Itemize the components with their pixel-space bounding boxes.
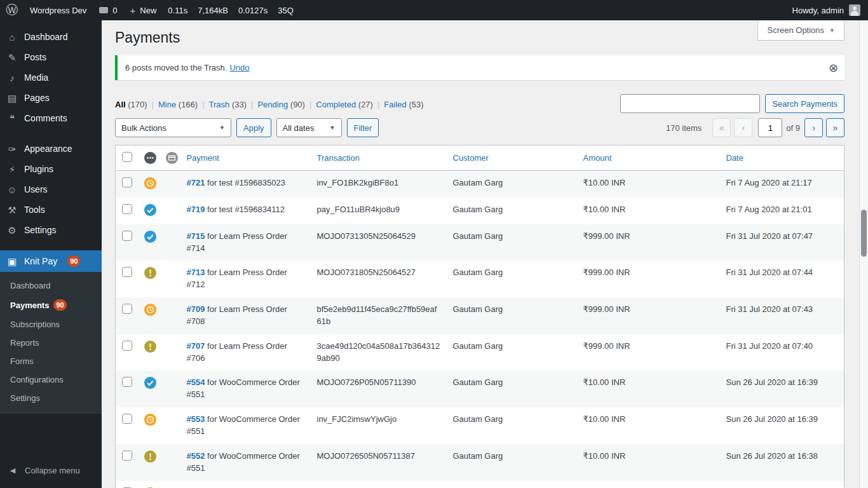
status-pending-icon xyxy=(144,414,153,426)
sidebar-item-label: Plugins xyxy=(24,164,53,174)
sidebar-menu: ⌂Dashboard✎Posts♪Media▤Pages❝Comments✑Ap… xyxy=(0,20,102,240)
submenu-item-configurations[interactable]: Configurations xyxy=(0,370,102,389)
table-row: #707 for Learn Press Order #7063cae49d12… xyxy=(116,334,844,371)
first-page-button[interactable]: « xyxy=(712,118,731,137)
submenu-item-settings[interactable]: Settings xyxy=(0,389,102,407)
sidebar-item-knit-pay[interactable]: ▣ Knit Pay 90 xyxy=(0,250,102,272)
submenu-item-dashboard[interactable]: Dashboard xyxy=(0,276,102,295)
submenu-item-label: Subscriptions xyxy=(10,320,60,329)
row-checkbox[interactable] xyxy=(122,377,132,387)
sidebar-item-posts[interactable]: ✎Posts xyxy=(0,47,102,67)
admin-bar-comments[interactable]: 0 xyxy=(93,0,123,20)
sidebar-item-media[interactable]: ♪Media xyxy=(0,67,102,88)
column-header-customer[interactable]: Customer xyxy=(453,153,489,163)
payment-link[interactable]: #709 xyxy=(187,304,205,314)
submenu-item-subscriptions[interactable]: Subscriptions xyxy=(0,315,102,334)
column-header-amount[interactable]: Amount xyxy=(583,153,612,163)
view-all[interactable]: All (170) xyxy=(115,100,147,109)
row-checkbox[interactable] xyxy=(122,304,132,314)
view-mine[interactable]: Mine (166) xyxy=(158,100,198,109)
select-all-checkbox[interactable] xyxy=(122,152,132,162)
row-checkbox[interactable] xyxy=(122,231,132,241)
submenu-item-payments[interactable]: Payments90 xyxy=(0,295,102,315)
unread-count-badge: 90 xyxy=(67,255,80,267)
screen-options-tab[interactable]: Screen Options ▼ xyxy=(757,20,844,41)
view-trash[interactable]: Trash (33) xyxy=(209,100,247,109)
view-completed[interactable]: Completed (27) xyxy=(316,100,373,109)
admin-bar-account[interactable]: Howdy, admin xyxy=(792,4,868,16)
view-pending[interactable]: Pending (90) xyxy=(257,100,304,109)
table-row: #553 for WooCommerce Order #551inv_FJC2i… xyxy=(116,407,844,444)
filter-button[interactable]: Filter xyxy=(347,118,379,137)
howdy-label: Howdy, admin xyxy=(792,6,844,15)
undo-link[interactable]: Undo xyxy=(229,63,249,72)
payment-link[interactable]: #554 xyxy=(187,377,205,387)
main-content: Screen Options ▼ Payments 6 posts moved … xyxy=(102,20,868,488)
tablenav: Bulk Actions ▼ Apply All dates ▼ Filter … xyxy=(115,118,844,137)
chevron-down-icon: ▼ xyxy=(219,125,225,131)
pages-icon: ▤ xyxy=(6,93,18,103)
column-header-payment[interactable]: Payment xyxy=(187,153,219,163)
payment-link[interactable]: #707 xyxy=(187,341,205,351)
payment-link[interactable]: #721 xyxy=(187,178,205,187)
apply-button[interactable]: Apply xyxy=(236,118,271,137)
customer-cell: Gautam Garg xyxy=(447,224,577,261)
submenu-item-forms[interactable]: Forms xyxy=(0,352,102,370)
row-checkbox[interactable] xyxy=(122,267,132,277)
sidebar-item-settings[interactable]: ⚙Settings xyxy=(0,220,102,240)
site-name-link[interactable]: Wordpress Dev xyxy=(24,0,93,20)
column-header-date[interactable]: Date xyxy=(726,153,743,163)
dates-filter-select[interactable]: All dates ▼ xyxy=(276,118,342,137)
payment-link[interactable]: #715 xyxy=(187,231,205,241)
table-row: #552 for WooCommerce Order #551MOJO07265… xyxy=(116,444,844,481)
submenu-item-label: Payments xyxy=(10,301,49,310)
payment-link[interactable]: #553 xyxy=(187,414,205,424)
customer-cell: Gautam Garg xyxy=(447,407,577,444)
current-page-input[interactable] xyxy=(758,118,782,137)
column-header-transaction[interactable]: Transaction xyxy=(317,153,360,163)
payment-link[interactable]: #552 xyxy=(187,451,205,461)
last-page-button[interactable]: » xyxy=(826,118,844,137)
prev-page-button[interactable]: ‹ xyxy=(734,118,752,137)
dismiss-notice-icon[interactable]: ⊗ xyxy=(829,62,838,74)
view-label: Mine xyxy=(158,100,176,109)
search-payments-button[interactable]: Search Payments xyxy=(765,94,844,113)
view-label: Pending xyxy=(257,100,288,109)
status-completed-icon xyxy=(144,204,153,216)
payment-link[interactable]: #719 xyxy=(187,205,205,214)
row-checkbox[interactable] xyxy=(122,341,132,351)
bulk-actions-select[interactable]: Bulk Actions ▼ xyxy=(115,118,231,137)
submenu-item-reports[interactable]: Reports xyxy=(0,334,102,352)
row-checkbox[interactable] xyxy=(122,204,132,214)
subscription-column-icon[interactable] xyxy=(166,152,174,164)
sidebar-item-users[interactable]: ☺Users xyxy=(0,179,102,200)
transaction-cell: pay_FO11uBR4kjo8u9 xyxy=(311,198,447,224)
sidebar-item-plugins[interactable]: ⚡Plugins xyxy=(0,159,102,179)
row-checkbox[interactable] xyxy=(122,177,132,187)
scrollbar-track[interactable] xyxy=(859,20,868,488)
qm-stats[interactable]: 0.11s7,164kB0.0127s35Q xyxy=(163,0,298,20)
collapse-menu-button[interactable]: ◀ Collapse menu xyxy=(0,461,102,480)
sidebar-item-appearance[interactable]: ✑Appearance xyxy=(0,139,102,159)
new-content-button[interactable]: + New xyxy=(124,0,163,20)
row-checkbox[interactable] xyxy=(122,451,132,461)
sidebar-item-dashboard[interactable]: ⌂Dashboard xyxy=(0,27,102,47)
sidebar-item-comments[interactable]: ❝Comments xyxy=(0,108,102,128)
search-input[interactable] xyxy=(620,94,760,113)
scrollbar-thumb[interactable] xyxy=(861,210,867,257)
view-count: (33) xyxy=(232,100,247,109)
transaction-cell: MOJO0726505N05711387 xyxy=(311,444,447,481)
transaction-cell: inv_FO1BK2kgiBF8o1 xyxy=(311,171,447,198)
row-checkbox[interactable] xyxy=(122,414,132,424)
amount-cell: ₹10.00 INR xyxy=(577,198,720,224)
next-page-button[interactable]: › xyxy=(804,118,823,137)
status-column-icon[interactable] xyxy=(144,152,153,164)
payment-link[interactable]: #713 xyxy=(187,268,205,277)
sidebar-item-pages[interactable]: ▤Pages xyxy=(0,88,102,108)
search-box: Search Payments xyxy=(620,94,844,113)
sidebar-item-tools[interactable]: ⚒Tools xyxy=(0,200,102,220)
wordpress-logo-icon[interactable]: Ⓦ xyxy=(0,0,24,20)
view-failed[interactable]: Failed (53) xyxy=(384,100,423,109)
sidebar-submenu: DashboardPayments90SubscriptionsReportsF… xyxy=(0,272,102,414)
amount-cell: ₹10.00 INR xyxy=(577,407,720,444)
